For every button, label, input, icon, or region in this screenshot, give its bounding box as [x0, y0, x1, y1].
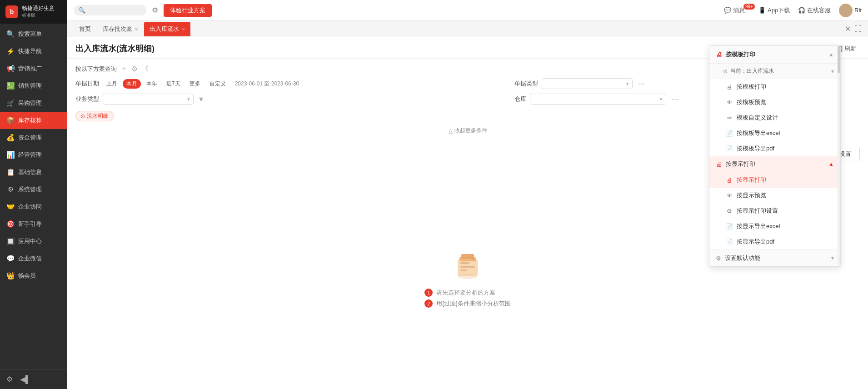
warehouse-more-icon[interactable]: ···: [672, 95, 678, 104]
maximize-icon[interactable]: ⛶: [854, 25, 862, 33]
current-template-header: ⊙ 当前：出入库流水 ▾: [709, 64, 840, 79]
tab-flow-label: 出入库流水: [150, 25, 179, 33]
chevron-up-icon: ▲: [828, 51, 834, 58]
date-range: 2023-06-01 至 2023-06-30: [235, 80, 299, 88]
handshake-icon: 🤝: [6, 203, 15, 211]
template-custom-item[interactable]: ✏ 模板自定义设计: [709, 110, 840, 125]
topbar-gear-icon[interactable]: ⚙: [152, 6, 158, 15]
bar-chart-icon: 📊: [6, 151, 15, 159]
current-template-label: 当前：出入库流水: [730, 67, 774, 75]
online-service-button[interactable]: 🎧 在线客服: [798, 6, 831, 15]
bill-type-more-icon[interactable]: ···: [638, 79, 645, 89]
template-export-excel-label: 按模板导出excel: [737, 129, 780, 137]
printer-header-icon: 🖨: [716, 51, 722, 58]
message-badge: 99+: [743, 4, 755, 10]
sidebar-item-system[interactable]: ⚙ 系统管理: [0, 181, 67, 198]
warehouse-select-wrapper: [530, 94, 666, 105]
grid-icon: 🔲: [6, 237, 15, 245]
chevron-up-icon-toggle: ▲: [828, 161, 834, 167]
display-pdf-icon: 📄: [726, 239, 733, 245]
empty-illustration: [449, 247, 486, 283]
display-print-settings-item[interactable]: ⚙ 按显示打印设置: [709, 203, 840, 219]
sidebar-item-apps[interactable]: 🔲 应用中心: [0, 233, 67, 250]
display-export-pdf-label: 按显示导出pdf: [737, 238, 774, 246]
display-print-icon: 🖨: [726, 177, 733, 184]
sidebar: b 畅捷通好生意 标准版 🔍 搜索菜单 ⚡ 快捷导航 📢 营销推广 💹 销售管理…: [0, 0, 67, 389]
date-tab-this-year[interactable]: 本年: [143, 79, 161, 89]
display-print-item[interactable]: 🖨 按显示打印: [709, 172, 840, 188]
app-download-button[interactable]: 📱 App下载: [758, 6, 790, 15]
template-print-item[interactable]: 🖨 按模板打印: [709, 79, 840, 95]
topbar-right: 💬 消息 99+ 📱 App下载 🎧 在线客服 Rit: [724, 4, 862, 17]
bill-type-label: 单据类型: [514, 80, 538, 88]
tab-flow[interactable]: 出入库流水 ×: [144, 22, 190, 36]
template-export-excel-item[interactable]: 📄 按模板导出excel: [709, 125, 840, 141]
bill-type-select[interactable]: [542, 78, 633, 89]
sidebar-item-shortcuts[interactable]: ⚡ 快捷导航: [0, 43, 67, 60]
scrollbar[interactable]: [838, 46, 840, 266]
filter-tag-label: 流水明细: [87, 112, 109, 120]
template-export-pdf-label: 按模板导出pdf: [737, 145, 774, 153]
warehouse-label: 仓库: [514, 95, 526, 103]
template-export-pdf-item[interactable]: 📄 按模板导出pdf: [709, 141, 840, 156]
sidebar-item-wechat[interactable]: 💬 企业微信: [0, 250, 67, 267]
sidebar-item-label: 应用中心: [18, 237, 42, 245]
filter-add-button[interactable]: ＋: [120, 64, 128, 74]
default-function-icon: ⚙: [716, 255, 721, 262]
business-type-select[interactable]: [103, 94, 194, 105]
sidebar-item-finance[interactable]: 💰 资金管理: [0, 129, 67, 146]
sidebar-item-label: 畅会员: [18, 272, 36, 280]
display-export-excel-item[interactable]: 📄 按显示导出excel: [709, 219, 840, 234]
settings-icon[interactable]: ⚙: [6, 375, 13, 384]
date-tab-more[interactable]: 更多: [186, 79, 204, 89]
sidebar-item-member[interactable]: 👑 畅会员: [0, 267, 67, 284]
display-export-pdf-item[interactable]: 📄 按显示导出pdf: [709, 234, 840, 249]
svg-rect-4: [460, 262, 469, 264]
filter-tag[interactable]: ⊙ 流水明细: [75, 111, 114, 121]
sidebar-item-search[interactable]: 🔍 搜索菜单: [0, 25, 67, 43]
chevron-up-icon: △: [449, 128, 453, 134]
close-window-icon[interactable]: ✕: [845, 25, 851, 33]
sidebar-item-label: 库存核算: [18, 116, 42, 125]
date-tab-last-month[interactable]: 上月: [103, 79, 121, 89]
search-input[interactable]: [88, 7, 134, 14]
sidebar-item-inventory[interactable]: 📦 库存核算: [0, 112, 67, 129]
message-button[interactable]: 💬 消息 99+: [724, 6, 750, 15]
date-tab-this-month[interactable]: 本月: [123, 79, 141, 89]
trial-button[interactable]: 体验行业方案: [164, 4, 212, 17]
sidebar-item-purchase[interactable]: 🛒 采购管理: [0, 95, 67, 112]
warehouse-select[interactable]: [530, 94, 666, 105]
collapse-icon[interactable]: ◀▌: [20, 375, 30, 384]
scrollbar-thumb[interactable]: [838, 46, 840, 73]
display-print-label: 按显示打印: [737, 176, 766, 184]
user-profile[interactable]: Rit: [839, 4, 862, 17]
app-edition: 标准版: [22, 12, 55, 19]
pdf-icon: 📄: [726, 145, 733, 152]
display-print-section-toggle[interactable]: 🖨 按显示打印 ▲: [709, 156, 840, 172]
sidebar-item-basic[interactable]: 📋 基础信息: [0, 164, 67, 181]
topbar-search[interactable]: 🔍: [74, 5, 146, 15]
tab-batch-close[interactable]: ×: [135, 26, 138, 32]
sidebar-item-marketing[interactable]: 📢 营销推广: [0, 60, 67, 77]
page-title: 出入库流水(流水明细): [75, 43, 155, 54]
date-tab-custom[interactable]: 自定义: [206, 79, 229, 89]
display-print-header-label: 按显示打印: [726, 160, 755, 168]
sidebar-item-enterprise[interactable]: 🤝 企业协同: [0, 198, 67, 215]
filter-collapse-icon[interactable]: 《: [141, 64, 149, 74]
display-preview-item[interactable]: 👁 按显示预览: [709, 188, 840, 203]
date-tab-7days[interactable]: 近7天: [163, 79, 184, 89]
sidebar-item-operations[interactable]: 📊 经营管理: [0, 146, 67, 164]
chevron-down-footer-icon: ▾: [831, 255, 834, 261]
tab-home[interactable]: 首页: [74, 22, 96, 36]
clipboard-icon: 📋: [6, 168, 15, 176]
filter-settings-icon[interactable]: ⚙: [131, 65, 138, 73]
tab-flow-close[interactable]: ×: [182, 26, 185, 32]
sidebar-item-label: 销售管理: [18, 82, 42, 90]
default-function-item[interactable]: ⚙ 设置默认功能 ▾: [709, 249, 840, 266]
wechat-icon: 💬: [6, 254, 15, 263]
sidebar-item-label: 基础信息: [18, 168, 42, 176]
template-preview-item[interactable]: 👁 按模板预览: [709, 95, 840, 110]
sidebar-item-guide[interactable]: 🎯 新手引导: [0, 215, 67, 233]
tab-batch[interactable]: 库存批次账 ×: [97, 22, 143, 36]
sidebar-item-sales[interactable]: 💹 销售管理: [0, 77, 67, 95]
